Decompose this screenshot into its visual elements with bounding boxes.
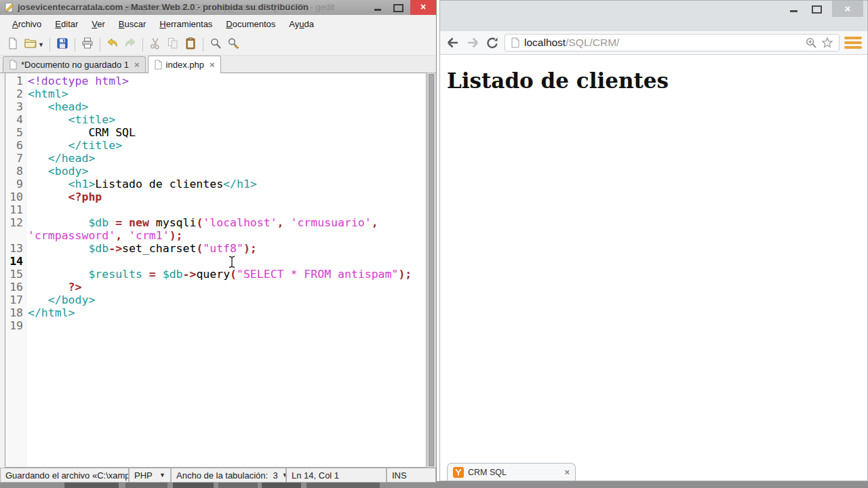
- code-text: <?php: [27, 190, 102, 203]
- code-text: <html>: [27, 87, 68, 100]
- editor-toolbar: ▼: [0, 34, 436, 56]
- paste-icon: [184, 37, 197, 53]
- editor-tabbar: *Documento no guardado 1×index.php×: [0, 56, 436, 73]
- minimize-button[interactable]: [785, 1, 802, 17]
- reload-button[interactable]: [485, 35, 500, 50]
- line-number: 4: [5, 113, 27, 126]
- back-button[interactable]: [446, 35, 460, 50]
- code-text: <body>: [27, 165, 88, 178]
- toolbar-separator: [203, 38, 203, 52]
- code-text: $db = new mysqli('localhost', 'crmusuari…: [27, 216, 385, 229]
- url-text[interactable]: localhost/SQL/CRM/: [524, 37, 801, 49]
- close-icon[interactable]: ×: [210, 60, 215, 69]
- undo-button[interactable]: [104, 37, 121, 53]
- line-number: 13: [5, 242, 27, 255]
- code-text: </head>: [27, 152, 95, 165]
- close-button[interactable]: ×: [832, 1, 863, 17]
- menu-herramientas[interactable]: Herramientas: [153, 15, 219, 34]
- cut-icon: [149, 37, 162, 53]
- code-text: [27, 255, 28, 268]
- print-icon: [81, 37, 94, 53]
- line-number: 16: [5, 281, 27, 293]
- menu-ver[interactable]: Ver: [85, 15, 112, 34]
- code-line: 19: [5, 319, 426, 332]
- forward-button[interactable]: [465, 35, 480, 50]
- gedit-window: index.php (Disco local (C:)\xampp\htdocs…: [0, 0, 437, 483]
- code-text: <head>: [27, 100, 88, 113]
- toolbar-separator: [100, 38, 100, 52]
- close-button[interactable]: ×: [410, 0, 436, 15]
- chevron-down-icon: ▼: [159, 472, 165, 479]
- ibeam-cursor-icon: [228, 256, 236, 268]
- code-text: </html>: [27, 306, 75, 319]
- open-folder-button[interactable]: [22, 37, 39, 53]
- scrollbar-thumb[interactable]: [429, 74, 434, 466]
- maximize-button[interactable]: [808, 1, 825, 17]
- code-line: 8 <body>: [5, 165, 426, 178]
- page-heading: Listado de clientes: [447, 68, 867, 93]
- menu-buscar[interactable]: Buscar: [112, 15, 153, 34]
- line-number: 11: [5, 203, 27, 216]
- find-and-replace-button[interactable]: [224, 37, 242, 53]
- watermark-text: josevicentecarratala.com - Master Web 2.…: [18, 0, 309, 15]
- find-button[interactable]: [207, 37, 224, 53]
- browser-window: × CRM SQL×localhost / 127.0.0.1 | phpM× …: [439, 0, 868, 481]
- find-and-replace-icon: [226, 37, 240, 53]
- line-number: [5, 229, 27, 242]
- maximize-button[interactable]: [390, 0, 406, 15]
- address-bar[interactable]: localhost/SQL/CRM/: [505, 34, 840, 52]
- toolbar-separator: [75, 38, 75, 52]
- close-icon[interactable]: ×: [564, 467, 570, 477]
- new-document-button[interactable]: [4, 37, 22, 53]
- tab-width-dropdown[interactable]: Ancho de la tabulación: 3 ▼: [171, 468, 286, 483]
- line-number: 7: [5, 152, 27, 165]
- save-button[interactable]: [54, 37, 71, 53]
- zoom-icon[interactable]: [805, 37, 817, 49]
- editor-scrollbar[interactable]: [427, 73, 435, 468]
- code-editor[interactable]: 1<!doctype html>2<html>3 <head>4 <title>…: [5, 73, 427, 468]
- menu-archivo[interactable]: Archivo: [5, 15, 48, 34]
- find-icon: [209, 37, 222, 53]
- menu-documentos[interactable]: Documentos: [219, 15, 282, 34]
- code-line: 5 CRM SQL: [5, 126, 426, 139]
- code-line: 1<!doctype html>: [5, 75, 426, 87]
- browser-toolbar: localhost/SQL/CRM/: [440, 31, 867, 55]
- code-line: 2<html>: [5, 87, 426, 100]
- minimize-button[interactable]: [370, 0, 386, 15]
- code-line: 13 $db->set_charset("utf8");: [5, 242, 426, 255]
- code-line: 11: [5, 203, 426, 216]
- menu-editar[interactable]: Editar: [48, 15, 85, 34]
- editor-tab-1[interactable]: index.php×: [148, 56, 221, 73]
- copy-button[interactable]: [164, 37, 182, 53]
- paste-button[interactable]: [182, 37, 199, 53]
- print-button[interactable]: [79, 37, 96, 53]
- menu-ayuda[interactable]: Ayuda: [282, 15, 321, 34]
- bookmark-star-icon[interactable]: [821, 37, 833, 49]
- code-line: 10 <?php: [5, 190, 426, 203]
- code-line: 18</html>: [5, 306, 426, 319]
- code-line: 9 <h1>Listado de clientes</h1>: [5, 178, 426, 190]
- undo-icon: [106, 37, 119, 53]
- language-dropdown[interactable]: PHP▼: [129, 468, 171, 483]
- line-number: 18: [5, 306, 27, 319]
- browser-tab-0[interactable]: CRM SQL×: [447, 463, 576, 481]
- close-icon[interactable]: ×: [134, 60, 140, 69]
- line-number: 12: [5, 216, 27, 229]
- line-number: 1: [5, 75, 27, 87]
- dropdown-caret-icon[interactable]: ▼: [38, 41, 44, 48]
- code-line: 7 </head>: [5, 152, 426, 165]
- browser-menu-button[interactable]: [844, 35, 862, 50]
- status-bar: Guardando el archivo «C:\xamp... PHP▼ An…: [0, 468, 436, 483]
- cut-button[interactable]: [146, 37, 164, 53]
- code-text: [27, 319, 28, 332]
- line-number: 8: [5, 165, 27, 178]
- redo-button[interactable]: [121, 37, 139, 53]
- code-text: $results = $db->query("SELECT * FROM ant…: [27, 268, 412, 281]
- code-text: <title>: [27, 113, 115, 126]
- line-number: 14: [5, 255, 27, 268]
- line-number: 15: [5, 268, 27, 281]
- line-number: 6: [5, 139, 27, 152]
- gedit-titlebar[interactable]: index.php (Disco local (C:)\xampp\htdocs…: [0, 0, 436, 15]
- code-text: 'crmpassword', 'crm1');: [27, 229, 183, 242]
- editor-tab-0[interactable]: *Documento no guardado 1×: [3, 56, 146, 73]
